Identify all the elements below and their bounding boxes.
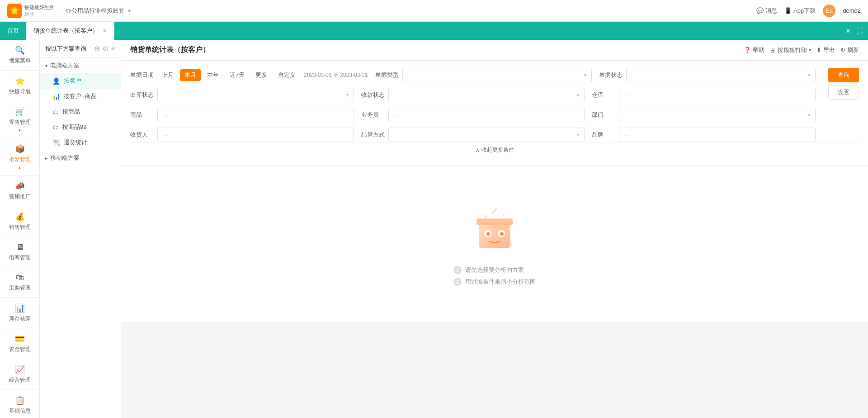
warehouse-label: 仓库	[592, 91, 615, 99]
sidebar-item-sales[interactable]: 💰 销售管理	[0, 206, 39, 237]
department-label: 部门	[592, 111, 615, 119]
mobile-group-title[interactable]: ▸ 移动端方案	[40, 150, 121, 166]
customer-icon: 👤	[52, 77, 60, 85]
scheme-header: 按以下方案查询 ⊕ ⊙ «	[40, 40, 121, 58]
add-scheme-icon[interactable]: ⊕	[94, 44, 100, 53]
warehouse-control[interactable]: ···	[619, 88, 816, 102]
print-dropdown-icon: ▾	[809, 48, 811, 52]
tab-sales-stat[interactable]: 销货单统计表（按客户） ✕	[26, 22, 114, 40]
app-download-btn[interactable]: 📱 App下载	[784, 7, 816, 15]
outbound-control[interactable]: ▾	[157, 88, 354, 102]
svg-point-4	[486, 232, 490, 236]
settlement-chevron: ▾	[577, 132, 580, 138]
date-tab-this-year[interactable]: 本年	[203, 69, 223, 81]
svg-point-5	[500, 232, 504, 236]
desktop-group-label: 电脑端方案	[50, 62, 80, 70]
svg-rect-0	[479, 223, 510, 248]
sidebar-item-operation[interactable]: 📈 经营管理	[0, 359, 39, 390]
scheme-header-icons: ⊕ ⊙ «	[94, 44, 115, 53]
desktop-group-title[interactable]: ▾ 电脑端方案	[40, 58, 121, 73]
settings-scheme-icon[interactable]: ⊙	[103, 44, 108, 53]
dropdown-icon[interactable]: ▾	[128, 8, 131, 14]
filter-rows-main: 单据日期 上月 本月	[130, 68, 816, 142]
mobile-scheme-group: ▸ 移动端方案	[40, 150, 121, 166]
department-control[interactable]: ▾	[619, 108, 816, 122]
avatar[interactable]: Ea	[823, 5, 835, 17]
order-status-label: 单据状态	[599, 71, 623, 79]
collapse-label: 收起更多条件	[481, 146, 514, 154]
home-tab-label: 首页	[7, 27, 19, 35]
star-icon: ⭐	[15, 76, 25, 86]
maximize-icon[interactable]: ✕	[845, 27, 851, 35]
tab-home[interactable]: 首页	[0, 22, 26, 40]
filter-row-2: 出库状态 ▾ 收款状态 ▾	[130, 88, 816, 102]
sidebar-item-inventory[interactable]: 📊 库存核算	[0, 298, 39, 328]
grid2-icon: 🗂	[52, 124, 59, 131]
sidebar-item-search[interactable]: 🔍 搜索菜单	[0, 40, 39, 71]
scheme-title: 按以下方案查询	[45, 45, 90, 53]
message-btn[interactable]: 💬 消息	[756, 7, 777, 15]
tip-num-1: 1	[453, 266, 462, 274]
filter-area: 单据日期 上月 本月	[121, 61, 868, 165]
settlement-control[interactable]: ▾	[388, 128, 585, 142]
fullscreen-icon[interactable]: ⛶	[856, 27, 863, 34]
date-tab-more[interactable]: 更多	[251, 69, 272, 81]
sidebar-item-ecommerce[interactable]: 🖥 电商管理	[0, 237, 39, 267]
help-btn[interactable]: ❓ 帮助	[744, 46, 764, 54]
scheme-item-by-customer[interactable]: 👤 按客户	[40, 73, 121, 89]
clipboard-icon: 📋	[15, 395, 25, 405]
product-control[interactable]: ···	[157, 108, 354, 122]
date-tab-7days[interactable]: 近7天	[225, 69, 249, 81]
sidebar-item-finance[interactable]: 💳 资金管理	[0, 328, 39, 359]
page-actions: ❓ 帮助 🖨 按模板打印 ▾ ⬇ 导出 ↻ 刷新	[744, 46, 859, 54]
logo-area: 🌟 畅捷通好生意 标版	[7, 4, 54, 18]
logo-icon: 🌟	[7, 4, 22, 18]
export-icon: ⬇	[816, 47, 821, 53]
collapse-scheme-icon[interactable]: «	[111, 44, 115, 53]
card-icon: 💳	[15, 334, 25, 344]
collapse-bar[interactable]: ∧ 收起更多条件	[130, 142, 859, 157]
main-content: 销货单统计表（按客户） ❓ 帮助 🖨 按模板打印 ▾ ⬇ 导出	[121, 40, 868, 418]
order-status-chevron: ▾	[808, 72, 811, 78]
date-filter-row: 单据日期 上月 本月	[130, 68, 816, 82]
export-btn[interactable]: ⬇ 导出	[816, 46, 835, 54]
sidebar: 🔍 搜索菜单 ⭐ 快捷导航 🛒 零售管理 ▾ 📦 批发管理 ▴ 📣 营销推广 💰…	[0, 40, 40, 418]
print-btn[interactable]: 🖨 按模板打印 ▾	[770, 46, 811, 54]
page-title: 销货单统计表（按客户）	[130, 45, 210, 55]
sidebar-item-wholesale[interactable]: 📦 批发管理 ▴	[0, 138, 39, 176]
sidebar-item-retail[interactable]: 🛒 零售管理 ▾	[0, 101, 39, 138]
money-icon: 💰	[15, 212, 25, 222]
sidebar-item-marketing[interactable]: 📣 营销推广	[0, 176, 39, 206]
receipt-control[interactable]: ▾	[388, 88, 585, 102]
setting-button[interactable]: 设置	[828, 85, 859, 100]
shopping-icon: 🛍	[16, 273, 24, 282]
search-icon: 🔍	[15, 45, 25, 55]
order-type-control[interactable]: ▾	[402, 68, 592, 82]
query-button[interactable]: 查询	[828, 68, 859, 82]
order-type-filter-item: 单据类型 ▾	[375, 68, 592, 82]
scheme-item-return-stat[interactable]: 📉 退货统计	[40, 135, 121, 150]
grid-icon: 🗂	[52, 108, 59, 115]
scheme-item-by-customer-product[interactable]: 📊 按客户+商品	[40, 89, 121, 104]
order-type-chevron: ▾	[584, 72, 587, 78]
consignee-control[interactable]: ···	[157, 128, 354, 142]
sidebar-item-purchase[interactable]: 🛍 采购管理	[0, 267, 39, 298]
salesman-label: 业务员	[361, 111, 385, 119]
empty-tip-1: 1 请先选择要分析的方案	[453, 266, 536, 274]
order-status-control[interactable]: ▾	[626, 68, 816, 82]
salesman-control[interactable]: ···	[388, 108, 585, 122]
consignee-label: 收货人	[130, 131, 154, 139]
arrow-up-icon: ▴	[19, 165, 21, 170]
close-tab-icon[interactable]: ✕	[103, 28, 107, 34]
date-tab-last-month[interactable]: 上月	[157, 69, 178, 81]
brand-control[interactable]: ···	[619, 128, 816, 142]
divider	[58, 6, 58, 15]
sidebar-item-shortcut[interactable]: ⭐ 快捷导航	[0, 71, 39, 101]
scheme-item-by-product-99[interactable]: 🗂 按商品99	[40, 119, 121, 135]
topbar: 🌟 畅捷通好生意 标版 办公用品行业模拟账套 ▾ 💬 消息 📱 App下载 Ea…	[0, 0, 868, 22]
sidebar-item-basic[interactable]: 📋 基础信息	[0, 390, 39, 418]
scheme-item-by-product[interactable]: 🗂 按商品	[40, 104, 121, 119]
date-tab-custom[interactable]: 自定义	[274, 69, 300, 81]
date-tab-this-month[interactable]: 本月	[180, 69, 201, 81]
refresh-btn[interactable]: ↻ 刷新	[840, 46, 859, 54]
